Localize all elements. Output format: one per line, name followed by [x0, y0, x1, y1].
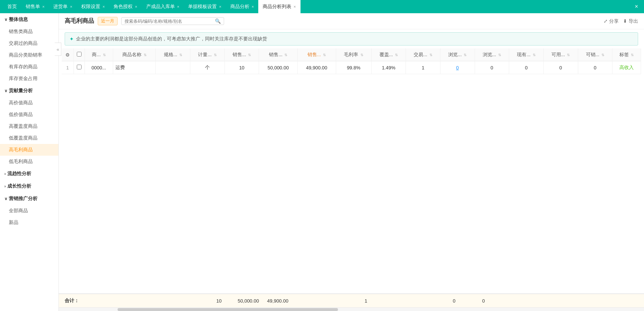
col-coverage[interactable]: 覆盖... ⇅	[371, 48, 406, 61]
sidebar-item-low-margin[interactable]: 低毛利商品	[0, 156, 58, 167]
col-sales-cost[interactable]: 销售... ⇅	[298, 48, 336, 61]
row-gross-margin: 99.8%	[336, 61, 371, 74]
col-tag[interactable]: 标签 ⇅	[612, 48, 641, 61]
row-code: 0000...	[84, 61, 113, 74]
chevron-down-icon: ∨	[4, 196, 7, 201]
col-views1[interactable]: 浏览... ⇅	[440, 48, 475, 61]
sidebar-item-low-coverage[interactable]: 低覆盖度商品	[0, 132, 58, 144]
sidebar-group-trend[interactable]: › 流趋性分析	[0, 167, 58, 180]
nav-item-template-settings[interactable]: 单据模板设置 ×	[184, 0, 226, 13]
chevron-right-icon: ›	[4, 171, 6, 176]
nav-item-permissions[interactable]: 权限设置 ×	[77, 0, 109, 13]
nav-item-roles[interactable]: 角色授权 ×	[109, 0, 141, 13]
sidebar-group-marketing[interactable]: ∨ 营销推广分析	[0, 192, 58, 205]
row-sales-amount: 50,000.00	[259, 61, 298, 74]
nav-close-roles[interactable]: ×	[135, 4, 137, 9]
sidebar-group-overall[interactable]: ∨ 整体信息	[0, 13, 58, 26]
sidebar-group-contribution[interactable]: ∨ 贡献量分析	[0, 84, 58, 97]
export-icon: ⬇	[623, 18, 627, 24]
footer-sales-amount: 50,000.00	[234, 298, 263, 304]
col-gross-margin[interactable]: 毛利率 ⇅	[336, 48, 371, 61]
search-icon[interactable]: 🔍	[215, 18, 221, 24]
row-sales-qty: 10	[224, 61, 259, 74]
nav-close-product-analysis[interactable]: ×	[252, 4, 254, 9]
sidebar: ∨ 整体信息 销售类商品 交易过的商品 商品分类助销率 有库存的商品 库存资金占…	[0, 13, 59, 311]
col-views2[interactable]: 浏览... ⇅	[475, 48, 509, 61]
footer-label: 合计：	[65, 297, 87, 304]
nav-close-product-inbound[interactable]: ×	[177, 4, 179, 9]
footer-sales-cost: 49,900.00	[263, 298, 292, 304]
footer-available: 0	[469, 298, 498, 304]
nav-close-purchase[interactable]: ×	[70, 4, 72, 9]
row-num: 1	[62, 61, 73, 74]
select-all-checkbox[interactable]	[77, 52, 82, 57]
nav-item-sales[interactable]: 销售单 ×	[21, 0, 49, 13]
nav-item-home[interactable]: 首页	[3, 0, 21, 13]
search-input[interactable]	[125, 19, 213, 24]
share-icon: ⤢	[604, 18, 608, 24]
row-coverage: 1.49%	[371, 61, 406, 74]
sidebar-group-growth[interactable]: › 成长性分析	[0, 180, 58, 192]
row-sellable: 0	[578, 61, 612, 74]
data-table: ⚙ 商... ⇅ 商品名称 ⇅ 规格... ⇅ 计量... ⇅ 销售... ⇅ …	[62, 48, 641, 74]
sidebar-collapse-button[interactable]: «	[55, 43, 61, 56]
row-views2: 0	[475, 61, 509, 74]
col-available[interactable]: 可用... ⇅	[543, 48, 578, 61]
nav-close-product-analysis-list[interactable]: ×	[294, 4, 296, 9]
nav-close-template-settings[interactable]: ×	[219, 4, 221, 9]
table-header-row: ⚙ 商... ⇅ 商品名称 ⇅ 规格... ⇅ 计量... ⇅ 销售... ⇅ …	[62, 48, 641, 61]
scrollbar-thumb[interactable]	[118, 308, 338, 311]
sidebar-item-low-value[interactable]: 低价值商品	[0, 109, 58, 120]
nav-item-product-inbound[interactable]: 产成品入库单 ×	[142, 0, 184, 13]
col-sales-amount[interactable]: 销售... ⇅	[259, 48, 298, 61]
row-transaction: 1	[406, 61, 440, 74]
table-row: 1 0000... 运费 个 10 50,000.00 49,900.00 99…	[62, 61, 641, 74]
footer-bar: 合计： 10 50,000.00 49,900.00 1 0 0	[59, 293, 644, 307]
search-box: 🔍	[121, 17, 224, 25]
col-checkbox[interactable]	[73, 48, 84, 61]
col-transaction[interactable]: 交易... ⇅	[406, 48, 440, 61]
info-icon: ✦	[69, 36, 74, 42]
col-unit[interactable]: 计量... ⇅	[190, 48, 225, 61]
sidebar-item-all-goods[interactable]: 全部商品	[0, 205, 58, 217]
time-filter-button[interactable]: 近一月	[98, 17, 118, 25]
col-sellable[interactable]: 可销... ⇅	[578, 48, 612, 61]
row-select-checkbox[interactable]	[77, 65, 82, 69]
horizontal-scrollbar[interactable]	[59, 307, 644, 311]
sidebar-item-new-goods[interactable]: 新品	[0, 217, 58, 228]
col-name[interactable]: 商品名称 ⇅	[113, 48, 156, 61]
col-sales-qty[interactable]: 销售... ⇅	[224, 48, 259, 61]
sidebar-item-high-value[interactable]: 高价值商品	[0, 97, 58, 109]
window-close-button[interactable]: ×	[632, 3, 641, 10]
share-button[interactable]: ⤢ 分享	[604, 18, 619, 25]
chevron-down-icon: ∨	[4, 88, 7, 93]
row-tag: 高收入	[612, 61, 641, 74]
chevron-right-icon: ›	[4, 184, 6, 188]
row-available: 0	[543, 61, 578, 74]
nav-item-product-analysis[interactable]: 商品分析 ×	[226, 0, 258, 13]
row-sales-cost: 49,900.00	[298, 61, 336, 74]
sidebar-item-traded-goods[interactable]: 交易过的商品	[0, 37, 58, 49]
sidebar-item-high-coverage[interactable]: 高覆盖度商品	[0, 120, 58, 132]
row-checkbox[interactable]	[73, 61, 84, 74]
col-settings[interactable]: ⚙	[62, 48, 73, 61]
header-actions: ⤢ 分享 ⬇ 导出	[604, 18, 638, 25]
page-title: 高毛利商品	[65, 17, 94, 25]
sidebar-item-stock-capital[interactable]: 库存资金占用	[0, 73, 58, 84]
col-spec[interactable]: 规格... ⇅	[156, 48, 190, 61]
sidebar-item-sales-goods[interactable]: 销售类商品	[0, 26, 58, 37]
col-code[interactable]: 商... ⇅	[84, 48, 113, 61]
main-layout: ∨ 整体信息 销售类商品 交易过的商品 商品分类助销率 有库存的商品 库存资金占…	[0, 13, 644, 311]
nav-item-product-analysis-list[interactable]: 商品分析列表 ×	[258, 0, 300, 13]
sidebar-item-in-stock[interactable]: 有库存的商品	[0, 61, 58, 73]
export-button[interactable]: ⬇ 导出	[623, 18, 638, 25]
sidebar-item-high-margin[interactable]: 高毛利商品	[0, 144, 58, 156]
row-spec	[156, 61, 190, 74]
chevron-down-icon: ∨	[4, 17, 7, 22]
nav-close-permissions[interactable]: ×	[102, 4, 105, 9]
sidebar-item-category-rate[interactable]: 商品分类助销率	[0, 49, 58, 61]
nav-close-sales[interactable]: ×	[42, 4, 44, 9]
col-current-stock[interactable]: 现有... ⇅	[509, 48, 544, 61]
table-container[interactable]: ⚙ 商... ⇅ 商品名称 ⇅ 规格... ⇅ 计量... ⇅ 销售... ⇅ …	[59, 48, 644, 293]
nav-item-purchase[interactable]: 进货单 ×	[49, 0, 76, 13]
